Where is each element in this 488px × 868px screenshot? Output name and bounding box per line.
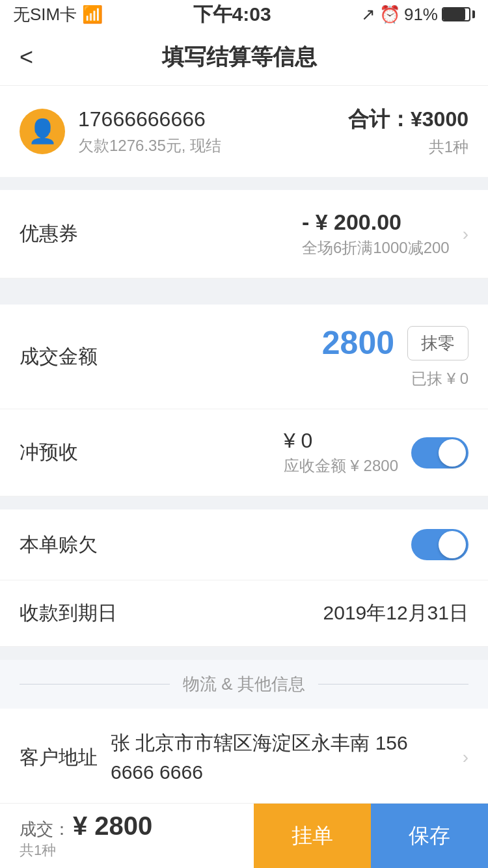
customer-left: 👤 17666666666 欠款1276.35元, 现结 <box>20 107 221 156</box>
logistics-label: 物流 & 其他信息 <box>183 673 305 696</box>
bottom-bar: 成交： ¥ 2800 共1种 挂单 保存 <box>0 803 488 868</box>
wifi-icon: 📶 <box>82 5 103 25</box>
total-amount: 合计：¥3000 <box>348 105 468 134</box>
form-section: 成交金额 2800 抹零 已抹 ¥ 0 冲预收 ¥ 0 应收金额 ¥ 2800 <box>0 305 488 496</box>
coupon-right: - ¥ 200.00 全场6折满1000减200 <box>302 210 450 258</box>
coupon-section[interactable]: 优惠券 - ¥ 200.00 全场6折满1000减200 › <box>0 190 488 278</box>
back-button[interactable]: < <box>20 44 46 71</box>
flush-label: 冲预收 <box>20 439 78 466</box>
flush-toggle[interactable] <box>411 437 468 468</box>
status-right: ↗ ⏰ 91% <box>361 5 475 25</box>
battery-icon <box>442 7 475 21</box>
customer-phone: 17666666666 <box>78 107 221 131</box>
bottom-left: 成交： ¥ 2800 共1种 <box>0 811 254 860</box>
flush-sub: 应收金额 ¥ 2800 <box>284 455 398 476</box>
hold-button[interactable]: 挂单 <box>254 804 371 869</box>
debit-toggle[interactable] <box>411 529 468 560</box>
time-display: 下午4:03 <box>193 1 271 28</box>
section-divider-2 <box>0 496 488 509</box>
address-content: 张 北京市市辖区海淀区永丰南 156 6666 6666 <box>111 728 450 787</box>
coupon-discount: - ¥ 200.00 <box>302 210 450 235</box>
carrier-text: 无SIM卡 <box>13 3 77 26</box>
bottom-label: 成交： <box>20 818 70 841</box>
flush-row: 冲预收 ¥ 0 应收金额 ¥ 2800 <box>0 409 488 496</box>
deal-label: 成交金额 <box>20 344 98 370</box>
customer-info: 17666666666 欠款1276.35元, 现结 <box>78 107 221 156</box>
customer-debt: 欠款1276.35元, 现结 <box>78 135 221 156</box>
debit-section: 本单赊欠 收款到期日 2019年12月31日 <box>0 509 488 647</box>
deal-round-sub: 已抹 ¥ 0 <box>411 368 468 389</box>
amount-container: 2800 抹零 <box>322 324 468 362</box>
debit-row: 本单赊欠 <box>0 509 488 580</box>
logistics-divider: 物流 & 其他信息 <box>0 660 488 709</box>
deal-amount-row: 成交金额 2800 抹零 已抹 ¥ 0 <box>0 305 488 409</box>
flush-values: ¥ 0 应收金额 ¥ 2800 <box>284 429 398 476</box>
section-divider-1 <box>0 292 488 305</box>
divider-line-left <box>20 684 170 685</box>
due-date-row: 收款到期日 2019年12月31日 <box>0 580 488 647</box>
status-left: 无SIM卡 📶 <box>13 3 103 26</box>
due-date-value: 2019年12月31日 <box>323 600 468 627</box>
address-row[interactable]: 客户地址 张 北京市市辖区海淀区永丰南 156 6666 6666 › <box>0 709 488 807</box>
page-title: 填写结算等信息 <box>46 42 432 72</box>
coupon-arrow-icon: › <box>463 224 468 245</box>
deal-amount: 2800 <box>322 324 394 362</box>
bottom-count: 共1种 <box>20 841 234 860</box>
avatar: 👤 <box>20 109 65 154</box>
customer-section: 👤 17666666666 欠款1276.35元, 现结 合计：¥3000 共1… <box>0 86 488 177</box>
customer-right: 合计：¥3000 共1种 <box>348 105 468 157</box>
nav-bar: < 填写结算等信息 <box>0 29 488 86</box>
address-arrow-icon: › <box>463 747 468 768</box>
location-icon: ↗ <box>361 5 375 25</box>
status-bar: 无SIM卡 📶 下午4:03 ↗ ⏰ 91% <box>0 0 488 29</box>
round-button[interactable]: 抹零 <box>407 326 468 360</box>
address-label: 客户地址 <box>20 744 98 771</box>
battery-text: 91% <box>404 5 438 25</box>
divider-line-right <box>318 684 468 685</box>
coupon-label: 优惠券 <box>20 221 78 247</box>
save-button[interactable]: 保存 <box>371 804 488 869</box>
flush-amount: ¥ 0 <box>284 429 398 453</box>
bottom-amount: ¥ 2800 <box>73 811 152 841</box>
due-date-label: 收款到期日 <box>20 600 117 627</box>
debit-label: 本单赊欠 <box>20 532 98 558</box>
coupon-desc: 全场6折满1000减200 <box>302 237 450 258</box>
section-divider-3 <box>0 647 488 660</box>
alarm-icon: ⏰ <box>379 5 400 25</box>
total-count: 共1种 <box>348 137 468 157</box>
